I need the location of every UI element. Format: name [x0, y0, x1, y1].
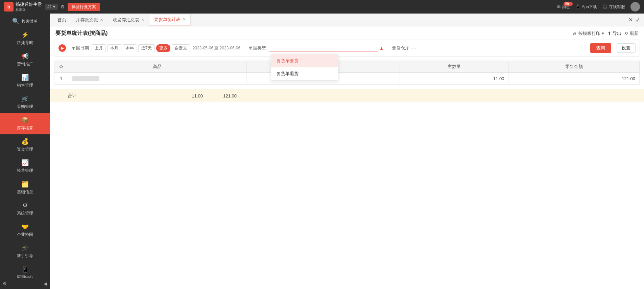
date-last-7[interactable]: 近7天: [138, 44, 155, 52]
sidebar-item-basic-info[interactable]: 🗂️ 基础信息: [0, 177, 50, 198]
quick-nav-icon: ⚡: [21, 31, 29, 39]
sidebar-item-finance[interactable]: 💰 资金管理: [0, 134, 50, 156]
date-filter-label: 单据日期: [71, 45, 89, 51]
type-dropdown-menu: 要货单要货 要货单退货: [271, 54, 338, 81]
footer-label: 合计: [54, 93, 122, 99]
sidebar-item-apps[interactable]: 📱 应用中心: [0, 262, 50, 278]
print-icon: 🖨: [573, 31, 577, 36]
sidebar-sales-label: 销售管理: [17, 83, 33, 88]
row-qty: 11.00: [400, 73, 508, 85]
query-button[interactable]: 查询: [590, 43, 611, 53]
header-right: ✉ 消息 99+ 📱 App下载 🎧 在线客服: [557, 2, 640, 12]
th-settings[interactable]: ⚙: [54, 61, 68, 73]
sidebar-settings-icon[interactable]: ⚙: [3, 281, 7, 286]
sidebar-collapse-btn[interactable]: ◀: [44, 281, 47, 286]
tab-window-close[interactable]: ✕: [628, 17, 633, 23]
date-shortcuts: 上月 本月 本年 近7天 更多 自定义: [92, 44, 190, 52]
tab-close-order-stats[interactable]: ✕: [183, 17, 186, 22]
sales-icon: 📊: [21, 74, 29, 81]
sidebar-search-label: 搜索菜单: [22, 19, 38, 24]
refresh-btn[interactable]: ↻ 刷新: [625, 30, 639, 37]
app-download-btn[interactable]: 📱 App下载: [575, 4, 597, 10]
inventory-icon: 📦: [21, 116, 29, 124]
sidebar-item-inventory[interactable]: 📦 库存核算: [0, 113, 50, 134]
system-icon: ⚙: [22, 202, 28, 209]
tab-close-summary[interactable]: ✕: [141, 18, 144, 22]
sidebar-marketing-label: 营销推广: [17, 61, 33, 67]
warehouse-more-btn[interactable]: ···: [412, 46, 416, 51]
tab-window-expand[interactable]: ⤢: [636, 17, 640, 23]
table-header-row: ⚙ 商品 主计量单位 主数量 零售金额: [54, 61, 640, 73]
filter-bar: ▶ 单据日期 上月 本月 本年 近7天 更多 自定义 2023-05-06 至 …: [54, 40, 640, 57]
purchase-icon: 🛒: [21, 95, 29, 103]
collab-icon: 🤝: [21, 223, 29, 230]
tab-order-stats[interactable]: 要货单统计表 ✕: [149, 15, 191, 25]
content-area: 首页 库存批次账 ✕ 收发存汇总表 ✕ 要货单统计表 ✕ ✕ ⤢ 要: [50, 14, 644, 289]
date-more[interactable]: 更多: [156, 44, 170, 52]
date-last-month[interactable]: 上月: [92, 44, 106, 52]
main-layout: 🔍 搜索菜单 ⚡ 快捷导航 📢 营销推广 📊 销售管理 🛒 采购管理 📦: [0, 14, 644, 289]
tab-summary[interactable]: 收发存汇总表 ✕: [108, 15, 149, 25]
type-filter-label: 单据类型: [248, 45, 266, 51]
trial-button[interactable]: 体验行业方案: [68, 3, 100, 11]
print-btn[interactable]: 🖨 按模板打印 ▾: [573, 30, 604, 37]
tab-inventory-batch[interactable]: 库存批次账 ✕: [71, 15, 108, 25]
sidebar-item-system[interactable]: ⚙ 系统管理: [0, 198, 50, 220]
sidebar-item-sales[interactable]: 📊 销售管理: [0, 70, 50, 92]
sidebar-menu: 🔍 搜索菜单 ⚡ 快捷导航 📢 营销推广 📊 销售管理 🛒 采购管理 📦: [0, 14, 50, 278]
sidebar-item-purchase[interactable]: 🛒 采购管理: [0, 92, 50, 113]
export-btn[interactable]: ⬆ 导出: [607, 30, 621, 37]
store-selector[interactable]: 41 ▾: [45, 4, 58, 10]
th-qty: 主数量: [400, 61, 508, 73]
sidebar-item-quicknav[interactable]: ⚡ 快捷导航: [0, 28, 50, 49]
export-icon: ⬆: [607, 31, 611, 36]
logo-area: b 畅捷通好生意 标准版: [4, 1, 42, 12]
filter-expand-btn[interactable]: ▶: [58, 44, 66, 52]
sidebar-finance-label: 资金管理: [17, 147, 33, 152]
user-avatar[interactable]: [630, 2, 640, 12]
sidebar-item-newbie[interactable]: 🎓 新手引导: [0, 241, 50, 262]
date-this-year[interactable]: 本年: [123, 44, 137, 52]
warehouse-filter-label: 要货仓库: [392, 45, 409, 51]
table-container: ⚙ 商品 主计量单位 主数量 零售金额 1: [54, 61, 640, 85]
type-dropdown-arrow[interactable]: ▲: [379, 46, 384, 51]
row-product: [68, 73, 246, 85]
sidebar-item-collab[interactable]: 🤝 企业协同: [0, 220, 50, 241]
apps-icon: 📱: [21, 266, 29, 273]
sidebar-operations-label: 经营管理: [17, 168, 33, 174]
online-service-btn[interactable]: 🎧 在线客服: [602, 4, 625, 10]
sidebar-purchase-label: 采购管理: [17, 104, 33, 110]
dropdown-item-1[interactable]: 要货单退货: [271, 67, 338, 80]
sidebar: 🔍 搜索菜单 ⚡ 快捷导航 📢 营销推广 📊 销售管理 🛒 采购管理 📦: [0, 14, 50, 289]
page-header: 要货单统计表(按商品) 🖨 按模板打印 ▾ ⬆ 导出 ↻ 刷新: [50, 26, 644, 40]
tab-home[interactable]: 首页: [53, 15, 71, 25]
data-table: ⚙ 商品 主计量单位 主数量 零售金额 1: [54, 61, 640, 85]
sidebar-item-marketing[interactable]: 📢 营销推广: [0, 49, 50, 70]
type-select-input[interactable]: [269, 45, 378, 51]
date-custom[interactable]: 自定义: [172, 44, 190, 52]
row-index: 1: [54, 73, 68, 85]
type-select-wrapper: ▲: [269, 45, 384, 51]
header-left: b 畅捷通好生意 标准版 41 ▾ ⚙ 体验行业方案: [4, 1, 100, 12]
filter-row: 单据日期 上月 本月 本年 近7天 更多 自定义 2023-05-06 至 20…: [71, 44, 585, 52]
dropdown-item-0[interactable]: 要货单要货: [271, 54, 338, 67]
footer-qty: 11.00: [176, 93, 210, 98]
messages-btn[interactable]: ✉ 消息 99+: [557, 4, 570, 10]
set-button[interactable]: 设置: [617, 43, 636, 53]
newbie-icon: 🎓: [21, 244, 29, 252]
tab-bar: 首页 库存批次账 ✕ 收发存汇总表 ✕ 要货单统计表 ✕ ✕ ⤢: [50, 14, 644, 26]
table-row: 1 块 11.00 121.00: [54, 73, 640, 85]
tab-extra-buttons: ✕ ⤢: [628, 17, 641, 23]
sidebar-item-search[interactable]: 🔍 搜索菜单: [0, 15, 50, 28]
top-header: b 畅捷通好生意 标准版 41 ▾ ⚙ 体验行业方案 ✉ 消息 99+ 📱 Ap…: [0, 0, 644, 14]
sidebar-inventory-label: 库存核算: [17, 125, 33, 131]
marketing-icon: 📢: [21, 52, 29, 60]
sidebar-item-operations[interactable]: 📈 经营管理: [0, 156, 50, 177]
tab-close-inventory-batch[interactable]: ✕: [100, 18, 103, 22]
table-footer: 合计 11.00 121.00: [50, 89, 644, 102]
page-title: 要货单统计表(按商品): [55, 30, 108, 37]
sidebar-basic-info-label: 基础信息: [17, 189, 33, 195]
product-placeholder: [72, 76, 99, 81]
settings-icon[interactable]: ⚙: [61, 4, 65, 9]
date-this-month[interactable]: 本月: [107, 44, 121, 52]
